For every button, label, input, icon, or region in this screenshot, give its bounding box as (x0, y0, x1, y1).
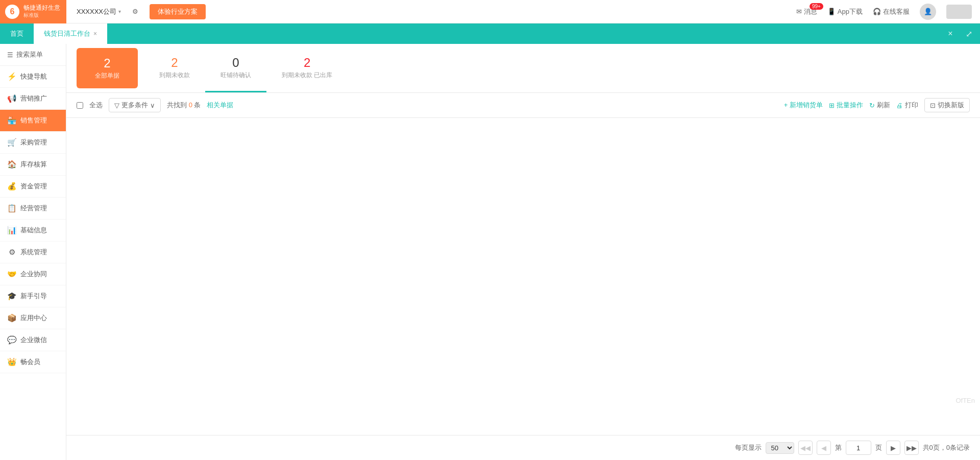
sidebar-item-member[interactable]: 👑 畅会员 (0, 351, 66, 373)
sidebar-item-label: 企业协同 (20, 270, 47, 279)
tab-bar-actions: × ⤢ (943, 27, 980, 41)
sidebar: ☰ 搜索菜单 ⚡ 快捷导航 📢 营销推广 🏪 销售管理 🛒 采购管理 🏠 库存核… (0, 44, 66, 460)
filter-icon: ▽ (114, 102, 119, 109)
refresh-button[interactable]: ↻ 刷新 (869, 101, 890, 110)
sidebar-item-basic-info[interactable]: 📊 基础信息 (0, 220, 66, 241)
sidebar-item-quick-nav[interactable]: ⚡ 快捷导航 (0, 66, 66, 88)
sidebar-item-inventory[interactable]: 🏠 库存核算 (0, 154, 66, 176)
stat-label-all: 全部单据 (95, 71, 119, 80)
sidebar-item-label: 系统管理 (20, 248, 47, 257)
sidebar-item-system[interactable]: ⚙ 系统管理 (0, 241, 66, 263)
total-info: 共0页，0条记录 (923, 443, 970, 452)
system-icon: ⚙ (7, 248, 16, 257)
switch-icon: ⊡ (930, 102, 936, 109)
logo-text-area: 畅捷通好生意 标准版 (23, 4, 60, 19)
next-page-button[interactable]: ▶ (886, 441, 900, 455)
page-label: 第 (835, 443, 842, 452)
logo-icon: 6 (5, 5, 19, 19)
online-service-item[interactable]: 🎧 在线客服 (873, 7, 910, 16)
stat-number-overdue-unshipped: 2 (304, 56, 310, 70)
page-unit: 页 (875, 443, 882, 452)
cooperation-icon: 🤝 (7, 270, 16, 279)
tab-home-label: 首页 (10, 29, 23, 38)
user-name[interactable] (946, 5, 972, 19)
sidebar-item-marketing[interactable]: 📢 营销推广 (0, 88, 66, 110)
tab-close-icon[interactable]: × (93, 30, 97, 37)
stats-row: 2 全部单据 2 到期未收款 0 旺铺待确认 2 到期未收款 已出库 (66, 44, 980, 93)
purchase-icon: 🛒 (7, 138, 16, 147)
app-download-item[interactable]: 📱 App下载 (827, 7, 863, 16)
guide-icon: 🎓 (7, 292, 16, 301)
sidebar-item-sales[interactable]: 🏪 销售管理 (0, 110, 66, 132)
tab-expand-button[interactable]: ⤢ (962, 27, 976, 41)
basic-info-icon: 📊 (7, 226, 16, 235)
online-service-label: 在线客服 (883, 7, 910, 16)
member-icon: 👑 (7, 357, 16, 367)
trial-button[interactable]: 体验行业方案 (150, 4, 206, 19)
stat-label-pending-confirm: 旺铺待确认 (220, 71, 251, 80)
stat-card-overdue-unpaid[interactable]: 2 到期未收款 (144, 44, 205, 92)
stat-card-pending-confirm[interactable]: 0 旺铺待确认 (205, 44, 266, 92)
new-sales-order-button[interactable]: + 新增销货单 (784, 101, 823, 110)
prev-page-button[interactable]: ◀ (817, 441, 831, 455)
select-all-checkbox[interactable] (77, 102, 83, 109)
related-orders-link[interactable]: 相关单据 (207, 101, 233, 110)
stat-card-overdue-unshipped[interactable]: 2 到期未收款 已出库 (266, 44, 348, 92)
content-area: 2 全部单据 2 到期未收款 0 旺铺待确认 2 到期未收款 已出库 全选 ▽ … (66, 44, 980, 460)
chevron-icon: ∨ (150, 102, 155, 109)
batch-op-button[interactable]: ⊞ 批量操作 (829, 101, 863, 110)
filter-button[interactable]: ▽ 更多条件 ∨ (109, 98, 161, 112)
tab-home[interactable]: 首页 (0, 23, 34, 44)
sidebar-item-purchase[interactable]: 🛒 采购管理 (0, 132, 66, 154)
headset-icon: 🎧 (873, 8, 881, 15)
last-page-button[interactable]: ▶▶ (904, 441, 919, 455)
refresh-icon: ↻ (869, 102, 875, 109)
tab-workbench-label: 钱货日清工作台 (44, 29, 90, 38)
print-label: 打印 (905, 101, 918, 110)
company-selector[interactable]: XXXXXX公司 ▾ (77, 7, 123, 16)
sidebar-item-cooperation[interactable]: 🤝 企业协同 (0, 263, 66, 285)
search-icon: ☰ (7, 51, 13, 59)
per-page-label: 每页显示 (735, 443, 762, 452)
first-page-button[interactable]: ◀◀ (798, 441, 813, 455)
found-count: 0 (189, 101, 192, 109)
sidebar-search[interactable]: ☰ 搜索菜单 (0, 44, 66, 66)
switch-version-button[interactable]: ⊡ 切换新版 (924, 98, 970, 112)
page-size-select[interactable]: 20 50 100 (766, 442, 794, 454)
gear-icon: ⚙ (132, 8, 138, 15)
message-nav-item[interactable]: ✉ 消息 99+ (796, 7, 817, 16)
operations-icon: 📋 (7, 204, 16, 213)
sidebar-item-wechat[interactable]: 💬 企业微信 (0, 329, 66, 351)
filter-label: 更多条件 (121, 101, 148, 110)
sidebar-item-finance[interactable]: 💰 资金管理 (0, 176, 66, 198)
sidebar-item-label: 快捷导航 (20, 72, 47, 81)
marketing-icon: 📢 (7, 94, 16, 103)
sidebar-item-label: 经营管理 (20, 204, 47, 213)
print-icon: 🖨 (896, 102, 903, 109)
stat-label-overdue-unpaid: 到期未收款 (159, 71, 190, 80)
print-button[interactable]: 🖨 打印 (896, 101, 918, 110)
stat-number-all: 2 (104, 56, 110, 70)
page-input[interactable] (846, 441, 871, 455)
app-download-label: App下载 (838, 7, 863, 16)
app-center-icon: 📦 (7, 313, 16, 323)
top-bar: 6 畅捷通好生意 标准版 XXXXXX公司 ▾ ⚙ 体验行业方案 ✉ 消息 99… (0, 0, 980, 23)
settings-button[interactable]: ⚙ (127, 4, 143, 20)
sidebar-item-app-center[interactable]: 📦 应用中心 (0, 307, 66, 329)
toolbar-right: + 新增销货单 ⊞ 批量操作 ↻ 刷新 🖨 打印 ⊡ 切换新版 (784, 98, 970, 112)
tab-bar: 首页 钱货日清工作台 × × ⤢ (0, 23, 980, 44)
sidebar-item-guide[interactable]: 🎓 新手引导 (0, 285, 66, 307)
top-right-nav: ✉ 消息 99+ 📱 App下载 🎧 在线客服 👤 (796, 4, 972, 20)
user-avatar[interactable]: 👤 (920, 4, 936, 20)
found-unit: 条 (194, 101, 201, 109)
tab-workbench[interactable]: 钱货日清工作台 × (34, 23, 107, 44)
stat-number-pending-confirm: 0 (232, 56, 239, 70)
chevron-down-icon: ▾ (118, 9, 121, 14)
stat-card-all[interactable]: 2 全部单据 (77, 48, 138, 88)
lightning-icon: ⚡ (7, 72, 16, 81)
finance-icon: 💰 (7, 182, 16, 191)
sidebar-item-operations[interactable]: 📋 经营管理 (0, 198, 66, 220)
logo-area: 6 畅捷通好生意 标准版 (0, 0, 66, 23)
empty-content (66, 118, 980, 435)
tab-restore-button[interactable]: × (943, 27, 958, 41)
